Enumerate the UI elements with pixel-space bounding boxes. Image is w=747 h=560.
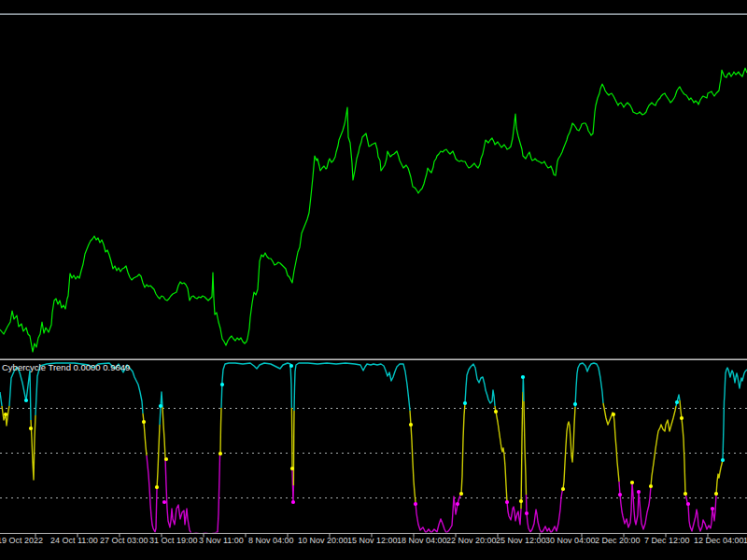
time-axis-label: 1 — [743, 536, 747, 545]
signal-dot-cyan — [675, 400, 679, 404]
indicator-segment-cyan — [221, 363, 291, 408]
indicator-segment-yellow — [31, 415, 35, 480]
indicator-label: Cybercycle Trend 0.0000 0.9649 — [2, 362, 130, 372]
signal-dot-cyan — [220, 383, 224, 386]
signal-dot-magenta — [525, 511, 529, 515]
indicator-segment-magenta — [507, 502, 521, 525]
signal-dot-cyan — [159, 404, 162, 408]
signal-dot-yellow — [155, 485, 159, 489]
signal-dot-yellow — [494, 410, 498, 413]
indicator-segment-cyan — [9, 367, 31, 420]
time-axis-label: 27 Oct 03:00 — [100, 536, 148, 545]
time-axis-label: 3 Nov 11:00 — [199, 536, 244, 545]
time-axis-label: 8 Nov 04:00 — [248, 536, 294, 545]
time-axis-label: 2 Dec 20:00 — [595, 536, 641, 545]
indicator-segment-yellow — [157, 425, 160, 489]
indicator-segment-cyan — [294, 363, 410, 411]
signal-dot-yellow — [164, 457, 168, 461]
indicator-segment-magenta — [165, 455, 220, 534]
time-axis-label: 18 Nov 04:00 — [397, 536, 447, 545]
signal-dot-yellow — [290, 467, 294, 470]
signal-dot-cyan — [463, 401, 467, 405]
signal-dot-yellow — [409, 423, 413, 427]
time-axis-label: 30 Nov 04:00 — [545, 536, 596, 545]
indicator-segment-yellow — [291, 408, 292, 469]
indicator-segment-magenta — [619, 482, 651, 529]
time-axis-label: 15 Nov 12:00 — [347, 536, 398, 545]
signal-dot-cyan — [289, 364, 293, 368]
time-axis-label: 22 Nov 20:00 — [446, 536, 497, 545]
indicator-segment-magenta — [147, 455, 157, 532]
signal-dot-yellow — [612, 413, 615, 416]
indicator-segment-cyan — [723, 368, 747, 460]
indicator-segment-magenta — [527, 489, 564, 533]
signal-dot-yellow — [4, 413, 7, 416]
signal-dot-magenta — [456, 502, 459, 506]
indicator-segment-yellow — [162, 407, 165, 457]
indicator-segment-cyan — [465, 364, 495, 406]
price-line — [0, 68, 747, 352]
chart-canvas[interactable] — [0, 0, 747, 560]
signal-dot-yellow — [630, 481, 634, 484]
indicator-segment-yellow — [680, 400, 685, 494]
indicator-segment-yellow — [143, 413, 147, 455]
time-axis-label: 24 Oct 11:00 — [50, 536, 98, 545]
indicator-segment-magenta — [685, 494, 716, 531]
signal-dot-yellow — [561, 487, 565, 491]
time-axis: 19 Oct 202224 Oct 11:0027 Oct 03:0031 Oc… — [0, 536, 747, 549]
indicator-segment-yellow — [563, 407, 575, 489]
signal-dot-cyan — [721, 458, 725, 462]
signal-dot-magenta — [291, 500, 295, 504]
signal-dot-magenta — [414, 502, 417, 506]
signal-dot-yellow — [459, 492, 463, 496]
signal-dot-yellow — [29, 427, 33, 430]
signal-dot-magenta — [618, 493, 622, 497]
indicator-segment-yellow — [293, 411, 294, 485]
signal-dot-magenta — [505, 500, 509, 504]
indicator-segment-yellow — [220, 408, 222, 455]
indicator-segment-magenta — [416, 494, 461, 533]
signal-dot-cyan — [521, 375, 525, 379]
signal-dot-yellow — [519, 499, 523, 503]
signal-dot-yellow — [684, 492, 687, 496]
signal-dot-yellow — [142, 420, 146, 424]
indicator-segment-yellow — [461, 403, 465, 494]
indicator-segment-yellow — [603, 403, 619, 482]
signal-dot-magenta — [637, 490, 641, 494]
panel-separator[interactable] — [0, 358, 747, 360]
signal-dot-yellow — [680, 416, 684, 420]
indicator-segment-yellow — [521, 392, 523, 509]
signal-dot-yellow — [714, 492, 718, 496]
time-axis-label: 31 Oct 19:00 — [149, 536, 198, 545]
indicator-segment-yellow — [524, 401, 527, 495]
signal-dot-yellow — [649, 484, 653, 488]
indicator-segment-cyan — [575, 363, 603, 407]
time-axis-label: 19 Oct 2022 — [0, 536, 43, 545]
signal-dot-yellow — [218, 452, 222, 455]
indicator-segment-yellow — [651, 406, 676, 486]
trading-chart-window[interactable]: Cybercycle Trend 0.0000 0.9649 19 Oct 20… — [0, 0, 747, 560]
signal-dot-magenta — [686, 502, 690, 506]
indicator-segment-yellow — [495, 406, 507, 502]
signal-dot-cyan — [24, 399, 28, 402]
time-axis-label: 12 Dec 04:00 — [694, 536, 744, 545]
time-axis-label: 10 Nov 20:00 — [298, 536, 348, 545]
time-axis-label: 7 Dec 12:00 — [644, 536, 690, 545]
signal-dot-magenta — [162, 500, 166, 504]
signal-dot-cyan — [573, 402, 577, 406]
indicator-segment-yellow — [716, 460, 723, 495]
signal-dot-magenta — [711, 507, 714, 511]
indicator-segment-cyan — [0, 392, 2, 406]
time-axis-label: 25 Nov 12:00 — [496, 536, 546, 545]
